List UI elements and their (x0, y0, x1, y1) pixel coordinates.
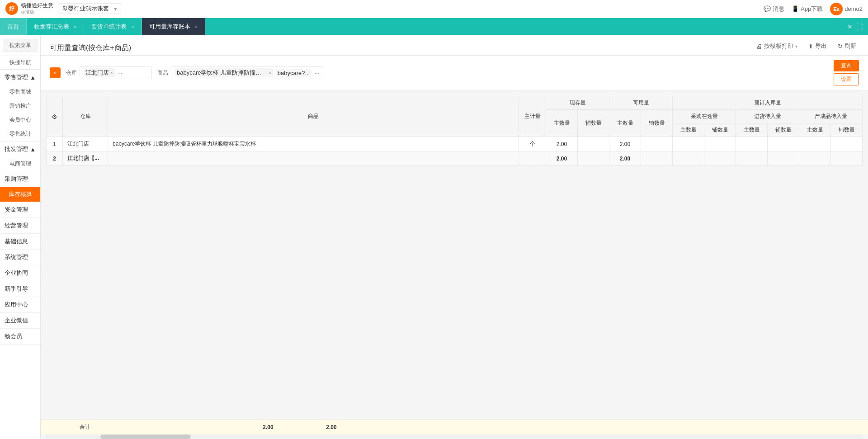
row2-prod-pending-aux (831, 151, 863, 166)
data-table: ⚙ 仓库 商品 主计量 现存量 可用量 预计入库量 主数量 辅数量 主数量 辅数… (46, 96, 863, 166)
page-header-actions: 🖨 按模板打印 ▾ ⬆ 导出 ↻ 刷新 (754, 41, 859, 55)
refresh-icon: ↻ (838, 43, 843, 50)
row1-available-main: 2.00 (609, 137, 641, 151)
settings-btn[interactable]: 设置 (834, 73, 859, 85)
th-purchase-pending-group: 进货待入量 (736, 110, 799, 123)
logo-sub: 标准版 (21, 9, 53, 15)
tab-order-stats-close[interactable]: × (131, 24, 134, 29)
sidebar-search-btn[interactable]: 搜索菜单 (3, 39, 38, 52)
th-available-main: 主数量 (609, 110, 641, 137)
sidebar-item-members[interactable]: 会员中心 (0, 113, 40, 127)
row2-available-main: 2.00 (609, 151, 641, 166)
sidebar-group-system: 系统管理 (0, 250, 40, 265)
export-icon: ⬆ (808, 43, 813, 50)
tab-receipt-summary[interactable]: 收发存汇总表 × (27, 18, 84, 35)
th-warehouse: 仓库 (63, 96, 108, 137)
warehouse-tag-close[interactable]: × (110, 71, 113, 76)
warehouse-input[interactable]: 江北门店 × ··· (80, 66, 152, 79)
tab-order-stats-label: 要货单统计表 (91, 23, 127, 31)
row1-product: babycare学饮杯 儿童防摔防撞吸管杯重力球吸嘴杯宝宝水杯 (108, 137, 519, 151)
query-btn[interactable]: 查询 (834, 60, 859, 71)
th-gear[interactable]: ⚙ (47, 96, 63, 137)
sidebar-group-ops-header[interactable]: 经营管理 (0, 218, 40, 233)
retail-collapse-icon: ▲ (30, 74, 36, 81)
main-layout: 搜索菜单 快捷导航 零售管理 ▲ 零售商城 营销推广 会员中心 零售统计 批发管… (0, 35, 868, 439)
user-area[interactable]: Ea demo2 (830, 3, 863, 15)
th-available-group: 可用量 (609, 96, 673, 110)
row2-available-aux (641, 151, 673, 166)
th-stock-group: 现存量 (546, 96, 609, 110)
row1-stock-aux (578, 137, 609, 151)
sidebar-group-retail-header[interactable]: 零售管理 ▲ (0, 70, 40, 85)
sidebar-group-inventory-header[interactable]: 库存核算 (0, 187, 40, 202)
sidebar-group-base: 基础信息 (0, 234, 40, 250)
sidebar-group-base-header[interactable]: 基础信息 (0, 234, 40, 249)
footer-stock-main: 2.00 (252, 424, 284, 430)
tab-available-stock[interactable]: 可用量库存账本 × (142, 18, 205, 35)
sidebar-quick-nav[interactable]: 快捷导航 (0, 56, 40, 70)
logo-icon: 好 (5, 2, 18, 15)
tab-available-stock-close[interactable]: × (195, 24, 198, 29)
sidebar-group-collab-header[interactable]: 企业协同 (0, 265, 40, 281)
tenant-selector[interactable]: 母婴行业演示账套 ▾ (58, 3, 121, 14)
sidebar-group-apps-header[interactable]: 应用中心 (0, 297, 40, 312)
user-name: demo2 (844, 5, 863, 12)
sidebar-item-retail-stats[interactable]: 零售统计 (0, 127, 40, 141)
th-unit: 主计量 (519, 96, 546, 137)
top-header: 好 畅捷通好生意 标准版 母婴行业演示账套 ▾ 💬 消息 📱 App下载 Ea … (0, 0, 868, 18)
tab-close-all-btn[interactable]: ✕ (847, 23, 853, 30)
sidebar-group-purchase: 采购管理 (0, 171, 40, 187)
message-icon: 💬 (764, 5, 771, 12)
sidebar-group-member-header[interactable]: 畅会员 (0, 329, 40, 344)
refresh-btn[interactable]: ↻ 刷新 (835, 41, 859, 52)
product-tag-1-close[interactable]: × (269, 71, 271, 76)
row2-warehouse: 江北门店【... (63, 151, 108, 166)
print-icon: 🖨 (756, 43, 762, 50)
export-btn[interactable]: ⬆ 导出 (806, 41, 830, 52)
table-scrollbar[interactable] (46, 434, 863, 439)
row2-pur-pending-main (736, 151, 768, 166)
row2-pur-transit-aux (704, 151, 736, 166)
gear-icon: ⚙ (52, 113, 57, 120)
table-footer: 合计 2.00 2.00 (41, 419, 868, 434)
tab-home[interactable]: 首页 (0, 18, 27, 35)
tab-order-stats[interactable]: 要货单统计表 × (84, 18, 142, 35)
sidebar-group-apps: 应用中心 (0, 297, 40, 313)
tab-receipt-summary-close[interactable]: × (74, 24, 76, 29)
sidebar-group-wechat-header[interactable]: 企业微信 (0, 313, 40, 328)
sidebar-item-marketing[interactable]: 营销推广 (0, 99, 40, 113)
th-purchase-pending-aux: 辅数量 (768, 123, 799, 137)
download-label: App下载 (801, 5, 823, 13)
sidebar-group-system-header[interactable]: 系统管理 (0, 250, 40, 265)
message-label: 消息 (773, 5, 784, 13)
filter-bar: » 仓库 江北门店 × ··· 商品 babycare学饮杯 儿童防摔防撞吸管杯… (41, 56, 868, 90)
sidebar-group-finance: 资金管理 (0, 202, 40, 218)
table-wrapper: ⚙ 仓库 商品 主计量 现存量 可用量 预计入库量 主数量 辅数量 主数量 辅数… (41, 90, 868, 419)
sidebar-search-area: 搜索菜单 (0, 35, 40, 56)
sidebar-group-ops: 经营管理 (0, 218, 40, 234)
th-production-pending-main: 主数量 (799, 123, 831, 137)
filter-expand-btn[interactable]: » (50, 67, 61, 78)
tab-bar-right: ✕ ⛶ (847, 23, 868, 30)
sidebar-group-guide-header[interactable]: 新手引导 (0, 281, 40, 297)
product-input[interactable]: babycare学饮杯 儿童防摔防撞吸管杯重力球吸嘴杯宝宝水杯 × babyca… (171, 66, 323, 79)
table-scrollbar-thumb[interactable] (100, 434, 191, 439)
th-purchase-transit-main: 主数量 (673, 123, 704, 137)
page-title: 可用量查询(按仓库+商品) (50, 43, 131, 53)
sidebar-item-ecommerce[interactable]: 电商管理 (0, 157, 40, 171)
template-print-btn[interactable]: 🖨 按模板打印 ▾ (754, 41, 800, 52)
th-stock-main: 主数量 (546, 110, 578, 137)
download-btn[interactable]: 📱 App下载 (792, 5, 823, 13)
row1-stock-main: 2.00 (546, 137, 578, 151)
sidebar-group-wholesale-header[interactable]: 批发管理 ▲ (0, 142, 40, 157)
table-row: 1 江北门店 babycare学饮杯 儿童防摔防撞吸管杯重力球吸嘴杯宝宝水杯 个… (47, 137, 863, 151)
tab-expand-btn[interactable]: ⛶ (856, 23, 863, 30)
sidebar-group-finance-header[interactable]: 资金管理 (0, 202, 40, 217)
row1-unit: 个 (519, 137, 546, 151)
product-more-icon[interactable]: ··· (314, 70, 319, 76)
warehouse-label: 仓库 (66, 69, 77, 77)
warehouse-more-icon[interactable]: ··· (118, 70, 123, 76)
sidebar-item-retail-mall[interactable]: 零售商城 (0, 85, 40, 99)
sidebar-group-purchase-header[interactable]: 采购管理 (0, 171, 40, 187)
message-btn[interactable]: 💬 消息 (764, 5, 784, 13)
